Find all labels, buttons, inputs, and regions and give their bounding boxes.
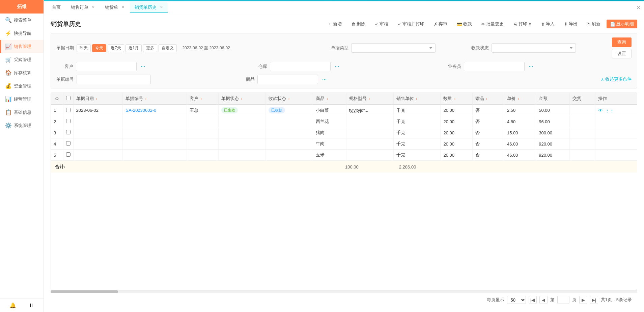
print-button[interactable]: 🖨 打印 ▼ [510, 20, 535, 28]
row-checkbox[interactable] [66, 108, 71, 112]
col-spec[interactable]: 规格型号 ↕ [346, 93, 393, 105]
col-customer[interactable]: 客户 ↕ [187, 93, 219, 105]
cell-pay-status [266, 138, 313, 150]
page-title: 销货单历史 [51, 20, 81, 28]
salesperson-label: 业务员 [444, 63, 461, 70]
add-icon: ＋ [328, 21, 332, 27]
notification-icon[interactable]: 🔔 [9, 302, 16, 309]
sidebar-item-sales-mgmt[interactable]: 📈 销售管理 [0, 40, 44, 53]
scrollbar-thumb[interactable] [51, 290, 118, 293]
col-sale-unit[interactable]: 销售单位 ↕ [393, 93, 441, 105]
doc-type-select[interactable] [351, 43, 436, 53]
date-btn-7days[interactable]: 近7天 [108, 44, 124, 52]
goods-input[interactable] [257, 75, 318, 84]
col-gift[interactable]: 赠品 ↕ [472, 93, 504, 105]
settings-button[interactable]: 设置 [612, 49, 632, 58]
more-action-icon[interactable]: ⋮⋮ [605, 108, 614, 113]
salesperson-input[interactable] [464, 62, 525, 71]
col-gift-sort-icon: ↕ [486, 97, 487, 101]
page-input[interactable]: 1 [557, 296, 569, 304]
cell-transaction [569, 105, 595, 116]
date-btn-custom[interactable]: 自定义 [159, 44, 177, 52]
sidebar-item-fund-mgmt[interactable]: 💰 资金管理 [0, 79, 44, 93]
doc-no-input[interactable] [77, 75, 151, 84]
sidebar-item-quick-nav[interactable]: ⚡ 快捷导航 [0, 27, 44, 40]
cell-checkbox[interactable] [63, 116, 73, 127]
page-prev-button[interactable]: ◀ [539, 296, 548, 304]
date-btn-yesterday[interactable]: 昨天 [77, 44, 91, 52]
cell-checkbox[interactable] [63, 127, 73, 138]
salesperson-dots-button[interactable]: ··· [527, 63, 534, 70]
tab-home[interactable]: 首页 [47, 2, 65, 13]
date-btn-1month[interactable]: 近1月 [125, 44, 142, 52]
collect-button[interactable]: 💳 收款 [453, 20, 475, 28]
sidebar-item-basic-info[interactable]: 📋 基础信息 [0, 106, 44, 119]
tab-sales-goods-history[interactable]: 销货单历史 ✕ [130, 2, 168, 13]
sidebar-item-ops-mgmt[interactable]: 📊 经营管理 [0, 93, 44, 106]
horizontal-scrollbar[interactable] [51, 290, 637, 293]
page-next-button[interactable]: ▶ [579, 296, 587, 304]
warehouse-dots-button[interactable]: ··· [333, 63, 340, 70]
pause-icon[interactable]: ⏸ [29, 303, 34, 309]
col-unit-price[interactable]: 单价 ↕ [504, 93, 536, 105]
per-page-select[interactable]: 50 100 [507, 296, 526, 304]
refresh-button[interactable]: ↻ 刷新 [584, 20, 604, 28]
col-pay-status[interactable]: 收款状态 ↕ [266, 93, 313, 105]
col-pay-status-sort-icon: ↕ [288, 97, 290, 101]
export-button[interactable]: ⬇ 导出 [561, 20, 581, 28]
tab-sales-order[interactable]: 销售订单 ✕ [66, 2, 100, 13]
sidebar-item-sys-mgmt[interactable]: ⚙️ 系统管理 [0, 119, 44, 132]
main-area: 首页 销售订单 ✕ 销货单 ✕ 销货单历史 ✕ ✕ 销货单历史 ＋ 新增 [44, 0, 644, 312]
sidebar-item-purchase-mgmt[interactable]: 🛒 采购管理 [0, 53, 44, 66]
warehouse-input[interactable] [270, 62, 331, 71]
col-gift-label: 赠品 [475, 96, 484, 101]
audit-button[interactable]: ✓ 审核 [371, 20, 392, 28]
col-doc-date[interactable]: 单据日期 ↕ [73, 93, 123, 105]
row-checkbox[interactable] [66, 152, 71, 157]
collapse-btn[interactable]: ∧ 收起更多条件 [601, 76, 632, 82]
page-last-button[interactable]: ▶| [590, 296, 598, 304]
tab-sales-order-close[interactable]: ✕ [92, 5, 95, 9]
customer-input[interactable] [76, 62, 137, 71]
query-button[interactable]: 查询 [612, 37, 632, 47]
cell-goods: 牛肉 [313, 138, 346, 150]
tab-sales-goods[interactable]: 销货单 ✕ [100, 2, 129, 13]
col-doc-no[interactable]: 单据编号 ↕ [123, 93, 187, 105]
doc-no-link[interactable]: SA-20230602-0 [125, 108, 156, 113]
select-all-checkbox[interactable] [66, 96, 71, 100]
tab-sales-goods-close[interactable]: ✕ [121, 5, 124, 9]
cell-checkbox[interactable] [63, 138, 73, 150]
sidebar-bottom: 🔔 ⏸ [0, 298, 44, 312]
tab-sales-goods-history-close[interactable]: ✕ [160, 5, 163, 9]
cell-checkbox[interactable] [63, 150, 73, 161]
goods-dots-button[interactable]: ··· [321, 76, 328, 82]
page-content: 销货单历史 ＋ 新增 🗑 删除 ✓ 审核 ✓ [44, 14, 644, 312]
col-goods[interactable]: 商品 ↕ [313, 93, 346, 105]
batch-change-button[interactable]: ✏ 批量变更 [478, 20, 507, 28]
tab-home-label: 首页 [52, 4, 61, 10]
pay-status-select[interactable] [492, 43, 576, 53]
row-checkbox[interactable] [66, 119, 71, 123]
view-action-icon[interactable]: 👁 [598, 108, 603, 113]
discard-button[interactable]: ✗ 弃审 [430, 20, 451, 28]
show-detail-button[interactable]: 📄 显示明细 [607, 20, 637, 28]
import-button[interactable]: ⬆ 导入 [538, 20, 558, 28]
row-checkbox[interactable] [66, 130, 71, 134]
customer-dots-button[interactable]: ··· [139, 63, 146, 70]
row-checkbox[interactable] [66, 141, 71, 146]
add-button[interactable]: ＋ 新增 [324, 20, 345, 28]
date-btn-more[interactable]: 更多 [143, 44, 157, 52]
date-btn-today[interactable]: 今天 [92, 44, 106, 52]
audit-print-button[interactable]: ✓ 审核并打印 [394, 20, 428, 28]
page-first-button[interactable]: |◀ [529, 296, 537, 304]
sidebar-item-inventory-calc[interactable]: 🏠 库存核算 [0, 66, 44, 79]
col-checkbox[interactable] [63, 93, 73, 105]
window-close-button[interactable]: ✕ [636, 4, 641, 11]
delete-button[interactable]: 🗑 删除 [348, 20, 369, 28]
col-doc-status[interactable]: 单据状态 ↕ [219, 93, 266, 105]
cell-checkbox[interactable] [63, 105, 73, 116]
col-settings[interactable]: ⚙ [51, 93, 63, 105]
cell-sale-unit: 千克 [393, 150, 441, 161]
col-qty[interactable]: 数量 ↕ [441, 93, 472, 105]
sidebar-item-search-menu[interactable]: 🔍 搜索菜单 [0, 14, 44, 27]
